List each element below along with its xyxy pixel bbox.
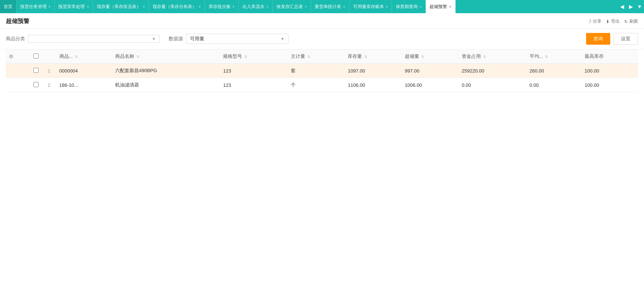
avg: 0.00 [527,78,582,92]
row-checkbox-0[interactable] [33,68,39,73]
nav-item-stock-status[interactable]: 现存量（库存状况表） × [93,0,149,13]
nav-item-overstock[interactable]: 超储预警 × [426,0,455,13]
nav-item-tsk-mgmt[interactable]: 拣货任务管理 × [17,0,55,13]
sort-icon: ⇅ [75,55,78,59]
nav-label: 超储预警 [429,4,447,10]
sort-icon: ⇅ [545,55,548,59]
nav-item-stock-dist[interactable]: 现存量（库存分布表） × [149,0,205,13]
product-name: 六配套新昌490BPG [112,64,220,78]
datasource-label: 数据源 [169,36,183,42]
nav-close-tsk-mgmt[interactable]: × [48,4,51,9]
filter-area: 商品分类 ▼ 数据源 可用量 ▼ 查询 设置 [0,29,644,49]
sort-icon: ⇅ [364,55,367,59]
share-button[interactable]: ⤴ 分享 [589,18,601,25]
nav-next-button[interactable]: ▶ [626,0,635,13]
table-row: 1 0000004 六配套新昌490BPG 123 套 1097.00 997.… [6,64,638,78]
row-num: 1 [42,64,56,78]
unit: 套 [288,64,345,78]
datasource-select[interactable]: 可用量 ▼ [186,34,289,44]
nav-close-req-stat[interactable]: × [343,4,345,9]
overstock: 997.00 [402,64,459,78]
col-product-name-header[interactable]: 商品名称 ⇅ [112,49,220,64]
nav-close-recv-send[interactable]: × [305,4,307,9]
unit: 个 [288,78,345,92]
category-label: 商品分类 [6,36,25,42]
sort-icon: ⇅ [307,55,310,59]
row-checkbox-1[interactable] [33,82,39,87]
stock: 1106.00 [345,78,402,92]
nav-close-stock-status[interactable]: × [143,4,145,9]
nav-close-tsk-abnormal[interactable]: × [87,4,89,9]
gear-cell [6,78,30,92]
export-button[interactable]: ⬇ 导出 [606,18,620,25]
nav-label: 拣货任务管理 [20,4,47,10]
nav-prev-button[interactable]: ◀ [618,0,626,13]
category-dropdown-icon: ▼ [152,37,156,41]
export-label: 导出 [611,18,620,25]
page-title: 超储预警 [6,18,29,25]
overstock: 1006.00 [402,78,459,92]
refresh-button[interactable]: ↻ 刷新 [624,18,638,25]
nav-label: 要货单统计表 [315,4,341,10]
col-spec-header[interactable]: 规格型号 ⇅ [220,49,288,64]
row-num: 2 [42,78,56,92]
header-actions: ⤴ 分享 ⬇ 导出 ↻ 刷新 [589,18,638,25]
nav-label: 可用量库存账本 [353,4,384,10]
max-stock: 100.00 [582,78,638,92]
product-code: 0000004 [56,64,112,78]
avg: 260.00 [527,64,582,78]
nav-item-tsk-abnormal[interactable]: 拣货异常处理 × [55,0,93,13]
table-settings-icon[interactable]: ⚙ [9,53,14,59]
datasource-value: 可用量 [190,36,204,42]
datasource-dropdown-icon: ▼ [281,37,285,41]
nav-label: 出入库流水 [242,4,264,10]
table-header-row: ⚙ 商品... ⇅ 商品名称 ⇅ 规格型号 [6,49,638,64]
query-button[interactable]: 查询 [586,33,610,45]
category-select[interactable]: ▼ [28,35,160,43]
nav-close-in-out-flow[interactable]: × [266,4,268,9]
nav-item-avail-stock[interactable]: 可用量库存账本 × [350,0,392,13]
settings-button[interactable]: 设置 [613,33,638,45]
col-overstock-header[interactable]: 超储量 ⇅ [402,49,459,64]
export-icon: ⬇ [606,19,610,24]
col-checkbox-header [30,49,42,64]
nav-item-home[interactable]: 首页 [0,0,17,13]
col-gear: ⚙ [6,49,30,64]
row-checkbox-cell [30,78,42,92]
capital: 0.00 [459,78,527,92]
capital: 259220.00 [459,64,527,78]
col-maxstock-header[interactable]: 最高库存 [582,49,638,64]
col-stock-header[interactable]: 库存量 ⇅ [345,49,402,64]
nav-item-req-stat[interactable]: 要货单统计表 × [311,0,349,13]
nav-close-stock-batch[interactable]: × [233,4,235,9]
share-icon: ⤴ [589,19,591,24]
nav-item-stock-batch[interactable]: 库存批次账 × [205,0,239,13]
nav-item-recv-send[interactable]: 收发存汇总表 × [273,0,311,13]
spec: 123 [220,78,288,92]
filter-datasource: 数据源 可用量 ▼ [169,34,289,44]
max-stock: 100.00 [582,64,638,78]
col-avg-header[interactable]: 平均... ⇅ [527,49,582,64]
sort-icon: ⇅ [244,55,247,59]
nav-close-stock-dist[interactable]: × [198,4,201,9]
sort-icon: ⇅ [136,55,139,59]
nav-more-button[interactable]: ▼ [635,0,644,13]
nav-item-in-out-flow[interactable]: 出入库流水 × [239,0,272,13]
gear-cell [6,64,30,78]
spec: 123 [220,64,288,78]
nav-item-expiry[interactable]: 保质期查询 × [392,0,426,13]
col-product-code-header[interactable]: 商品... ⇅ [56,49,112,64]
select-all-checkbox[interactable] [33,53,39,59]
col-capital-header[interactable]: 资金占用 ⇅ [459,49,527,64]
nav-close-overstock[interactable]: × [449,4,451,9]
nav-label: 保质期查询 [396,4,418,10]
refresh-icon: ↻ [624,19,628,24]
share-label: 分享 [593,18,601,25]
nav-close-expiry[interactable]: × [420,4,422,9]
sort-icon: ⇅ [483,55,486,59]
col-unit-header[interactable]: 主计量 ⇅ [288,49,345,64]
filter-category: 商品分类 ▼ [6,35,160,43]
nav-label: 拣货异常处理 [58,4,85,10]
filter-action-buttons: 查询 设置 [586,33,638,45]
nav-close-avail-stock[interactable]: × [386,4,388,9]
